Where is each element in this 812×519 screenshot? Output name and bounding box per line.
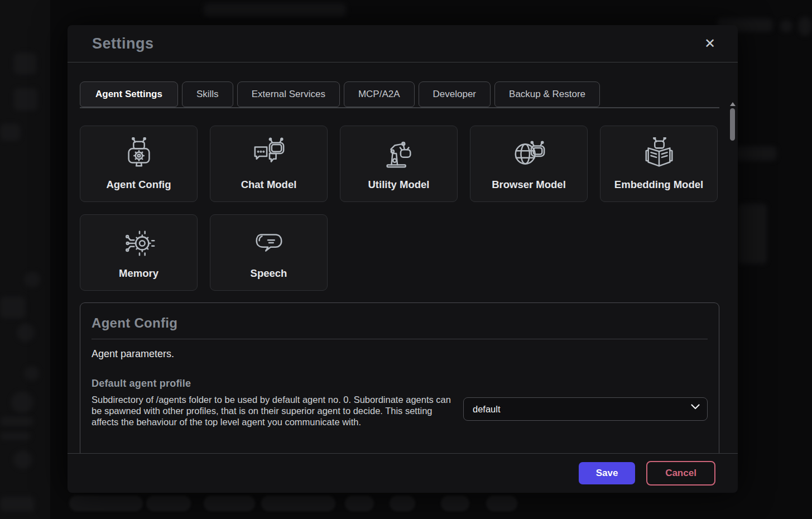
nav-card-browser-model[interactable]: Browser Model [470, 126, 588, 202]
speech-icon [252, 226, 286, 261]
background-blur-blob [798, 17, 812, 36]
background-toolbar-pill [390, 496, 415, 511]
nav-card-utility-model[interactable]: Utility Model [340, 126, 458, 202]
cancel-button[interactable]: Cancel [646, 461, 715, 486]
tab-agent-settings[interactable]: Agent Settings [80, 81, 178, 107]
background-blur-blob [17, 324, 35, 342]
tab-external-services[interactable]: External Services [237, 81, 340, 107]
tab-skills[interactable]: Skills [182, 81, 233, 107]
nav-card-speech[interactable]: Speech [210, 214, 328, 291]
background-toolbar-pill [146, 496, 191, 511]
section-divider [92, 339, 708, 339]
background-toolbar-pill [345, 496, 374, 511]
nav-card-label: Utility Model [368, 179, 430, 191]
background-blur-blob [14, 53, 36, 74]
save-button[interactable]: Save [579, 462, 635, 484]
background-blur-blob [0, 124, 20, 141]
tab-bar: Agent Settings Skills External Services … [80, 83, 719, 108]
settings-modal: Settings ✕ Agent Settings Skills Externa… [68, 25, 738, 493]
tab-backup-restore[interactable]: Backup & Restore [494, 81, 600, 107]
settings-nav-grid: Agent Config Chat Model [80, 126, 719, 291]
field-row: Subdirectory of /agents folder to be use… [92, 394, 708, 427]
background-blur-blob [0, 417, 33, 426]
background-toolbar-pill [486, 496, 517, 511]
field-description: Subdirectory of /agents folder to be use… [92, 394, 453, 427]
memory-icon [122, 226, 156, 261]
section-title: Agent Config [92, 315, 708, 331]
default-agent-profile-select-wrap: default [463, 394, 708, 421]
nav-card-agent-config[interactable]: Agent Config [80, 126, 198, 202]
nav-card-embedding-model[interactable]: Embedding Model [600, 126, 718, 202]
modal-scrollbar[interactable] [729, 102, 735, 453]
field-label-default-agent-profile: Default agent profile [92, 378, 708, 390]
background-blur-blob [25, 366, 39, 381]
background-blur-blob [780, 20, 792, 32]
tab-developer[interactable]: Developer [419, 81, 491, 107]
modal-title: Settings [92, 35, 154, 52]
background-toolbar-pill [261, 496, 335, 511]
background-blur-blob [734, 146, 777, 161]
nav-card-label: Memory [119, 267, 158, 280]
section-subtitle: Agent parameters. [92, 348, 708, 360]
tab-mcp-a2a[interactable]: MCP/A2A [344, 81, 415, 107]
default-agent-profile-select[interactable]: default [463, 397, 708, 421]
background-blur-blob [0, 433, 31, 440]
modal-header: Settings ✕ [68, 25, 738, 63]
background-toolbar-pill [204, 496, 255, 511]
background-sidebar [0, 0, 50, 519]
background-blur-blob [14, 88, 37, 110]
nav-card-chat-model[interactable]: Chat Model [210, 126, 328, 202]
chat-model-icon [252, 137, 286, 172]
background-blur-blob [25, 272, 40, 287]
background-blur-blob [13, 451, 32, 469]
nav-card-label: Chat Model [241, 179, 297, 191]
background-blur-blob [738, 204, 767, 264]
close-icon[interactable]: ✕ [704, 37, 715, 50]
scrollbar-thumb[interactable] [730, 108, 735, 141]
nav-card-label: Speech [251, 267, 287, 280]
utility-model-icon [382, 137, 416, 172]
nav-card-label: Agent Config [106, 179, 171, 191]
agent-config-section: Agent Config Agent parameters. Default a… [80, 302, 719, 453]
background-toolbar-pill [441, 496, 469, 511]
nav-card-memory[interactable]: Memory [80, 214, 198, 291]
modal-footer: Save Cancel [68, 453, 738, 493]
scrollbar-up-arrow-icon[interactable] [730, 102, 736, 106]
modal-content: Agent Settings Skills External Services … [68, 63, 738, 453]
background-blur-blob [204, 3, 346, 17]
background-toolbar-pill [69, 496, 143, 511]
nav-card-label: Embedding Model [614, 179, 703, 191]
browser-model-icon [512, 137, 546, 172]
background-blur-blob [11, 392, 33, 413]
background-blur-blob [0, 497, 35, 511]
background-blur-blob [0, 297, 25, 318]
agent-config-icon [122, 137, 156, 172]
embedding-model-icon [642, 137, 676, 172]
nav-card-label: Browser Model [492, 179, 566, 191]
